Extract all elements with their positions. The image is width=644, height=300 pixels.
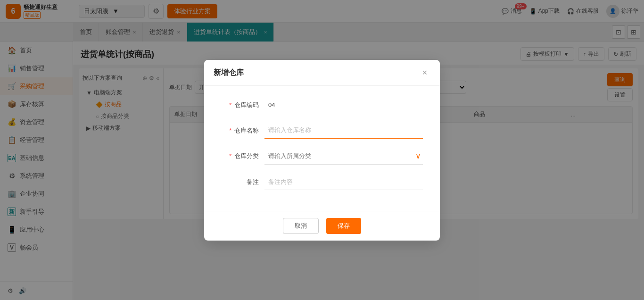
- warehouse-remark-input[interactable]: [264, 174, 423, 190]
- warehouse-code-input[interactable]: [264, 97, 423, 113]
- form-row-name: * 仓库名称: [221, 123, 423, 139]
- add-warehouse-modal: 新增仓库 × * 仓库编码 * 仓库名称: [204, 60, 440, 241]
- category-dropdown-icon[interactable]: ∨: [415, 151, 421, 160]
- form-label-code: * 仓库编码: [221, 101, 259, 109]
- form-label-category: * 仓库分类: [221, 152, 259, 160]
- form-row-category: * 仓库分类 ∨: [221, 148, 423, 165]
- form-row-code: * 仓库编码: [221, 97, 423, 113]
- warehouse-category-input[interactable]: [264, 148, 415, 164]
- modal-title: 新增仓库: [214, 68, 244, 78]
- modal-close-button[interactable]: ×: [419, 67, 430, 79]
- form-label-remark: 备注: [221, 178, 259, 186]
- form-row-remark: 备注: [221, 174, 423, 190]
- modal-header: 新增仓库 ×: [204, 60, 440, 86]
- modal-footer: 取消 保存: [204, 211, 440, 241]
- modal-body: * 仓库编码 * 仓库名称 * 仓库分类: [204, 86, 440, 211]
- category-select-wrap: ∨: [264, 148, 423, 165]
- form-label-name: * 仓库名称: [221, 126, 259, 135]
- save-button[interactable]: 保存: [326, 218, 361, 234]
- cancel-button[interactable]: 取消: [283, 218, 319, 234]
- warehouse-name-input[interactable]: [264, 123, 423, 139]
- modal-overlay: 新增仓库 × * 仓库编码 * 仓库名称: [0, 0, 644, 300]
